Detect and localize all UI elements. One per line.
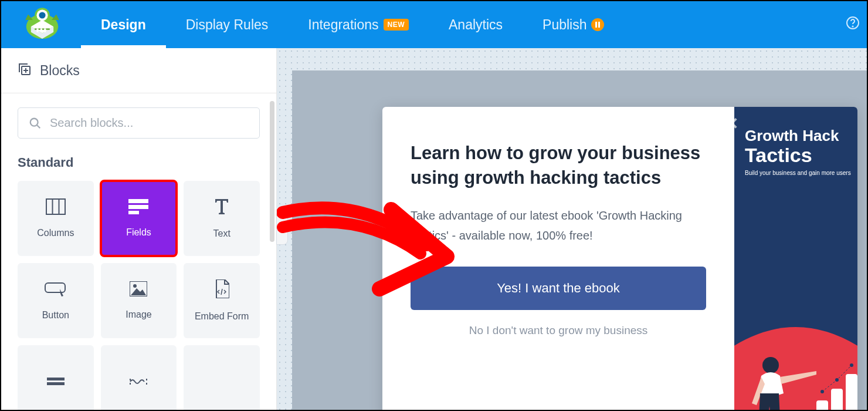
block-fields[interactable]: Fields [101, 181, 177, 256]
svg-rect-23 [816, 400, 828, 411]
block-image-label: Image [126, 309, 151, 320]
block-columns-label: Columns [37, 228, 74, 238]
section-standard-label: Standard [18, 155, 260, 170]
popup-right-graphic: ✕ Growth Hack Tactics Build your busines… [734, 107, 857, 411]
close-icon[interactable]: ✕ [734, 114, 738, 133]
embed-form-icon [214, 279, 229, 301]
svg-rect-15 [128, 199, 148, 203]
blocks-header-label: Blocks [40, 63, 80, 79]
pause-icon [591, 18, 604, 31]
tab-publish[interactable]: Publish [523, 1, 624, 48]
columns-icon [46, 198, 66, 217]
blocks-header[interactable]: Blocks [1, 48, 276, 93]
svg-rect-24 [831, 389, 843, 411]
block-button[interactable]: Button [18, 263, 94, 338]
svg-rect-25 [846, 374, 857, 411]
mascot-icon [19, 6, 66, 43]
svg-rect-17 [128, 211, 139, 214]
tab-analytics-label: Analytics [449, 17, 503, 33]
svg-rect-9 [598, 22, 600, 28]
tab-analytics[interactable]: Analytics [429, 1, 523, 48]
extra-icon-2 [129, 378, 148, 388]
popup-left: Learn how to grow your business using gr… [382, 107, 734, 411]
canvas[interactable]: Learn how to grow your business using gr… [277, 48, 867, 410]
block-embed-form[interactable]: Embed Form [184, 263, 260, 338]
image-icon [130, 281, 147, 299]
block-embed-form-label: Embed Form [195, 311, 249, 322]
tab-design[interactable]: Design [81, 1, 166, 48]
main-area: Blocks Standard Columns [1, 48, 867, 410]
svg-rect-16 [128, 205, 148, 209]
tab-display-rules-label: Display Rules [186, 17, 269, 33]
nav-tabs: Design Display Rules Integrations NEW An… [81, 1, 624, 48]
svg-rect-7 [44, 28, 46, 32]
popup-heading: Learn how to grow your business using gr… [411, 141, 706, 190]
block-fields-label: Fields [126, 227, 151, 238]
collapse-sidebar-button[interactable] [276, 213, 288, 245]
svg-point-11 [852, 26, 853, 26]
svg-rect-8 [595, 22, 597, 28]
svg-point-3 [39, 12, 45, 18]
canvas-frame: Learn how to grow your business using gr… [292, 70, 867, 410]
tab-publish-label: Publish [542, 17, 586, 33]
svg-rect-6 [40, 28, 42, 32]
help-icon[interactable] [846, 16, 860, 34]
popup-illustration [734, 306, 857, 411]
logo [8, 1, 76, 48]
extra-icon-1 [47, 378, 65, 388]
block-text-label: Text [213, 228, 230, 239]
block-button-label: Button [42, 310, 69, 321]
popup-cta-button[interactable]: Yes! I want the ebook [411, 267, 706, 310]
chevron-left-icon [279, 225, 285, 233]
fields-icon [128, 199, 148, 217]
sidebar-body: Standard Columns Fields [1, 93, 276, 410]
svg-rect-22 [47, 382, 65, 385]
tab-display-rules[interactable]: Display Rules [166, 1, 289, 48]
block-image[interactable]: Image [101, 263, 177, 338]
popup-side-sub: Build your business and gain more users [745, 170, 847, 176]
search-input[interactable] [50, 116, 249, 130]
block-grid: Columns Fields Text [18, 181, 260, 410]
block-text[interactable]: Text [184, 181, 260, 256]
popup-body: Take advantage of our latest ebook 'Grow… [411, 206, 706, 245]
popup-decline-link[interactable]: No I don't want to grow my business [411, 324, 706, 337]
svg-point-13 [30, 118, 38, 126]
tab-integrations[interactable]: Integrations NEW [288, 1, 429, 48]
top-nav: Design Display Rules Integrations NEW An… [1, 1, 867, 48]
block-columns[interactable]: Columns [18, 181, 94, 256]
popup-side-title-1: Growth Hack [745, 127, 847, 145]
tab-integrations-label: Integrations [308, 17, 378, 33]
blocks-icon [18, 62, 32, 79]
svg-rect-18 [45, 283, 65, 292]
search-icon [29, 117, 42, 130]
svg-rect-5 [36, 28, 38, 32]
svg-rect-21 [47, 378, 65, 380]
sidebar: Blocks Standard Columns [1, 48, 277, 410]
block-row-extra-1[interactable] [18, 345, 94, 410]
popup-preview[interactable]: Learn how to grow your business using gr… [382, 107, 857, 411]
svg-rect-14 [46, 199, 65, 214]
tab-design-label: Design [101, 17, 146, 33]
block-row-extra-3[interactable] [184, 345, 260, 410]
scrollbar[interactable] [270, 101, 274, 242]
new-badge: NEW [384, 19, 409, 31]
search-input-wrap[interactable] [18, 107, 260, 139]
svg-point-20 [133, 284, 137, 288]
block-row-extra-2[interactable] [101, 345, 177, 410]
button-icon [45, 281, 67, 299]
svg-point-29 [762, 357, 779, 373]
text-icon [213, 198, 230, 218]
popup-side-title-2: Tactics [745, 145, 847, 165]
